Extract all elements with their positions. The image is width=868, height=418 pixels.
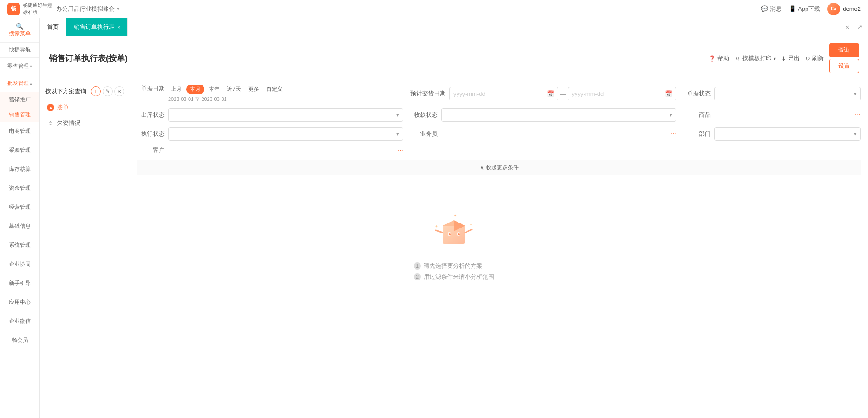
date-tab-last-7days[interactable]: 近7天	[224, 85, 244, 94]
breadcrumb-arrow-icon[interactable]: ▾	[117, 5, 120, 12]
page-header-actions: ❓ 帮助 🖨 按模板打印 ▾ ⬇ 导出 ↻	[708, 43, 859, 73]
query-button[interactable]: 查询	[829, 43, 859, 57]
empty-tip-1: 1 请先选择要分析的方案	[414, 262, 494, 270]
empty-illustration: ✦ ✦ ✦	[431, 208, 476, 253]
message-button[interactable]: 💬 消息	[761, 5, 782, 13]
sidebar-item-basic-info[interactable]: 基础信息	[0, 217, 39, 236]
sidebar-item-finance[interactable]: 资金管理	[0, 179, 39, 198]
svg-point-5	[449, 233, 451, 235]
sidebar-item-sales-mgmt[interactable]: 销售管理	[0, 107, 39, 122]
sidebar-item-purchase[interactable]: 采购管理	[0, 141, 39, 160]
sidebar-item-inventory[interactable]: 库存核算	[0, 160, 39, 179]
sidebar-item-enterprise[interactable]: 企业协同	[0, 255, 39, 274]
tab-close-icon[interactable]: ×	[118, 24, 120, 30]
date-tab-this-month[interactable]: 本月	[186, 85, 204, 94]
scheme-nav: ● 按单 ⏱ 欠资情况	[40, 100, 130, 131]
svg-line-8	[465, 229, 472, 233]
sidebar-item-enterprise-wechat[interactable]: 企业微信	[0, 312, 39, 331]
retail-label[interactable]: 零售管理 ▾	[0, 58, 39, 75]
calendar-start-icon: 📅	[547, 90, 554, 97]
date-tab-this-year[interactable]: 本年	[206, 85, 222, 94]
tab-close-button[interactable]: ×	[843, 23, 852, 32]
expected-date-range: yyyy-mm-dd 📅 — yyyy-mm-dd 📅	[449, 87, 676, 100]
salesperson-value-area: ···	[441, 130, 676, 138]
app-download-button[interactable]: 📱 App下载	[789, 5, 820, 13]
content-area: 首页 销售订单执行表 × × ⤢ 销售订单执行表(按单)	[40, 18, 868, 418]
date-section: 上月 本月 本年 近7天 更多 自定义 2023-03-01 至 2023-03…	[168, 85, 403, 103]
settings-button[interactable]: 设置	[829, 59, 859, 73]
sidebar-item-marketing[interactable]: 营销推广	[0, 92, 39, 107]
tab-sales-order[interactable]: 销售订单执行表 ×	[66, 18, 128, 36]
collapse-button[interactable]: ∧ 收起更多条件	[480, 164, 519, 171]
sidebar-item-wholesale[interactable]: 批发管理 ▴ 营销推广 销售管理	[0, 75, 39, 122]
export-icon: ⬇	[781, 55, 786, 62]
action-buttons: 查询 设置	[829, 43, 859, 73]
sidebar-item-quick-nav[interactable]: 快捷导航	[0, 43, 39, 58]
phone-icon: 📱	[789, 5, 796, 12]
department-select[interactable]: ▾	[714, 127, 861, 141]
order-status-select[interactable]: ▾	[714, 87, 861, 100]
filter-form: 单据日期 上月 本月 本年 近7天 更多 自定义	[130, 79, 868, 180]
date-separator: —	[560, 90, 566, 97]
salesperson-label: 业务员	[410, 130, 438, 138]
filter-panel-title: 按以下方案查询	[45, 87, 86, 95]
filter-left-panel: 按以下方案查询 + ✎ « ● 按单	[40, 79, 130, 180]
help-button[interactable]: ❓ 帮助	[708, 54, 729, 62]
collapse-up-icon: ∧	[480, 165, 484, 171]
date-tab-more[interactable]: 更多	[245, 85, 262, 94]
export-button[interactable]: ⬇ 导出	[781, 54, 800, 62]
sidebar-item-retail[interactable]: 零售管理 ▾	[0, 58, 39, 75]
edit-scheme-button[interactable]: ✎	[103, 86, 113, 96]
tab-bar-actions: × ⤢	[839, 23, 868, 32]
delivery-status-arrow-icon: ▾	[396, 112, 399, 118]
payment-status-select[interactable]: ▾	[441, 108, 676, 122]
tab-maximize-button[interactable]: ⤢	[855, 23, 864, 32]
collapse-panel-button[interactable]: «	[114, 86, 124, 96]
customer-field: 客户 ···	[137, 146, 403, 154]
scheme-nav-item-order[interactable]: ● 按单	[40, 100, 130, 115]
sidebar-item-app-center[interactable]: 应用中心	[0, 293, 39, 312]
expected-date-end[interactable]: yyyy-mm-dd 📅	[568, 87, 677, 100]
date-label: 单据日期	[137, 85, 165, 93]
breadcrumb-text: 办公用品行业模拟账套	[56, 5, 115, 13]
expected-date-start[interactable]: yyyy-mm-dd 📅	[449, 87, 558, 100]
help-label: 帮助	[717, 54, 729, 62]
expected-date-field: 预计交货日期 yyyy-mm-dd 📅 — yyyy-mm-dd	[410, 87, 676, 100]
user-menu[interactable]: Ea demo2	[827, 3, 861, 15]
expected-date-end-placeholder: yyyy-mm-dd	[572, 90, 604, 97]
quick-nav-label: 快捷导航	[4, 46, 36, 54]
template-print-button[interactable]: 🖨 按模板打印 ▾	[735, 54, 776, 62]
date-tab-last-month[interactable]: 上月	[168, 85, 184, 94]
department-label: 部门	[684, 130, 711, 138]
sidebar-item-member[interactable]: 畅会员	[0, 331, 39, 350]
sidebar-search[interactable]: 🔍 搜索菜单	[0, 18, 39, 43]
add-scheme-button[interactable]: +	[91, 86, 101, 96]
sidebar-item-operations[interactable]: 经营管理	[0, 198, 39, 217]
salesperson-ellipsis-button[interactable]: ···	[670, 130, 676, 138]
exec-status-select[interactable]: ▾	[168, 127, 403, 141]
tab-home[interactable]: 首页	[40, 18, 66, 36]
filter-row-1: 单据日期 上月 本月 本年 近7天 更多 自定义	[137, 85, 861, 103]
scheme-nav-item-debt[interactable]: ⏱ 欠资情况	[40, 115, 130, 131]
refresh-button[interactable]: ↻ 刷新	[805, 54, 824, 62]
date-range-text: 2023-03-01 至 2023-03-31	[168, 96, 403, 103]
empty-tip-1-text: 请先选择要分析的方案	[424, 262, 482, 270]
sidebar-item-ecommerce[interactable]: 电商管理	[0, 122, 39, 141]
print-icon: 🖨	[735, 55, 741, 62]
print-arrow-icon: ▾	[774, 56, 776, 61]
expected-date-label: 预计交货日期	[410, 90, 446, 98]
sidebar-item-newbie[interactable]: 新手引导	[0, 274, 39, 293]
exec-status-label: 执行状态	[137, 130, 165, 138]
sidebar-item-system[interactable]: 系统管理	[0, 236, 39, 255]
date-tab-custom[interactable]: 自定义	[264, 85, 285, 94]
customer-ellipsis-button[interactable]: ···	[397, 146, 403, 154]
exec-status-field: 执行状态 ▾	[137, 127, 403, 141]
goods-ellipsis-button[interactable]: ···	[855, 111, 861, 119]
scheme-debt-label: 欠资情况	[57, 119, 80, 127]
header-right: 💬 消息 📱 App下载 Ea demo2	[761, 3, 861, 15]
logo-text: 畅捷通好生意标准版	[23, 2, 52, 16]
wholesale-label[interactable]: 批发管理 ▴	[0, 75, 39, 92]
sidebar-search-label: 搜索菜单	[4, 30, 36, 38]
order-status-field: 单据状态 ▾	[684, 87, 861, 100]
delivery-status-select[interactable]: ▾	[168, 108, 403, 122]
